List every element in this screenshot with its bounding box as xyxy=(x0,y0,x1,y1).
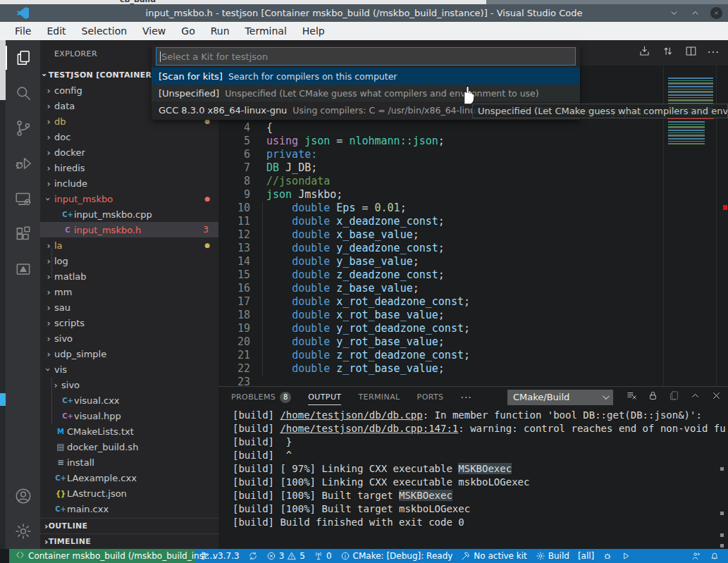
menu-file[interactable]: File xyxy=(7,25,39,37)
open-output-editor-button[interactable] xyxy=(668,390,680,404)
tree-item-hiredis[interactable]: hiredis xyxy=(40,160,218,175)
tree-item-la[interactable]: la● xyxy=(40,237,218,253)
indent-guide xyxy=(262,202,263,376)
activitybar-search[interactable] xyxy=(6,75,40,111)
tree-item-main-cxx[interactable]: C+main.cxx xyxy=(40,501,218,516)
close-button[interactable] xyxy=(710,7,722,20)
tree-item-docker-build-sh[interactable]: ▤docker_build.sh xyxy=(40,439,218,454)
tree-item-vis[interactable]: vis xyxy=(40,361,218,377)
menu-run[interactable]: Run xyxy=(203,25,237,37)
quick-pick-input[interactable]: Select a Kit for testjson xyxy=(156,47,576,66)
tree-item-sivo[interactable]: sivo xyxy=(40,330,218,346)
activitybar-extensions[interactable] xyxy=(6,216,40,252)
activitybar-account[interactable] xyxy=(6,478,40,514)
output-line-3: [build] } xyxy=(233,435,726,449)
statusbar-notifications[interactable] xyxy=(705,549,724,563)
output-channel-select[interactable]: CMake/Build xyxy=(507,390,613,405)
tree-item-mm[interactable]: mm xyxy=(40,284,218,299)
minimize-button[interactable] xyxy=(667,7,680,20)
quick-pick-item-0[interactable]: [Scan for kits]Search for compilers on t… xyxy=(152,68,580,85)
code-line-13: 13 double y_deadzone_const; xyxy=(218,242,663,255)
menu-selection[interactable]: Selection xyxy=(74,25,135,37)
tree-item-visual-cxx[interactable]: C+visual.cxx xyxy=(40,392,218,408)
tree-item-label: CMakeLists.txt xyxy=(67,426,134,437)
tree-item-input-mskbo-cpp[interactable]: C+input_mskbo.cpp xyxy=(40,206,218,222)
statusbar-active-kit[interactable]: No active kit xyxy=(457,549,531,563)
tree-item-docker[interactable]: docker xyxy=(40,144,218,160)
minimap[interactable] xyxy=(668,121,705,144)
panel-tab-output[interactable]: OUTPUT xyxy=(308,387,341,408)
statusbar-sync[interactable] xyxy=(244,549,262,563)
tree-item-include[interactable]: include xyxy=(40,175,218,191)
statusbar-problems[interactable]: 35 xyxy=(262,549,309,563)
file-link[interactable]: /home/testjson/db/db.cpp xyxy=(280,409,422,421)
tree-item-udp-simple[interactable]: udp_simple xyxy=(40,346,218,361)
remote-window-icon xyxy=(14,190,32,208)
tree-item-sau[interactable]: sau xyxy=(40,299,218,315)
tree-item-log[interactable]: log xyxy=(40,253,218,268)
menu-edit[interactable]: Edit xyxy=(39,25,73,37)
activitybar-cmake[interactable] xyxy=(6,252,40,287)
quick-pick-item-1[interactable]: [Unspecified]Unspecified (Let CMake gues… xyxy=(152,85,580,101)
statusbar-debug[interactable] xyxy=(598,549,617,563)
tree-item-input-mskbo[interactable]: input_mskbo● xyxy=(40,191,218,206)
activitybar-settings[interactable] xyxy=(6,514,40,549)
title-bar: input_mskbo.h - testjson [Container mskb… xyxy=(0,4,728,22)
tree-item-cmakelists-txt[interactable]: MCMakeLists.txt xyxy=(40,423,218,439)
tree-item-doc[interactable]: doc xyxy=(40,129,218,144)
menu-go[interactable]: Go xyxy=(173,25,202,37)
outline-section[interactable]: OUTLINE xyxy=(40,518,218,533)
code-text: double y_base_value; xyxy=(266,255,419,268)
statusbar-build-target[interactable]: [all] xyxy=(574,549,598,563)
tree-item-scripts[interactable]: scripts xyxy=(40,315,218,330)
clear-output-button[interactable] xyxy=(626,390,638,404)
tree-item-visual-hpp[interactable]: C+visual.hpp xyxy=(40,408,218,423)
activitybar-remote-explorer[interactable] xyxy=(6,181,40,216)
panel-tab-problems[interactable]: PROBLEMS8 xyxy=(231,387,291,408)
tree-item-sivo[interactable]: sivo xyxy=(40,377,218,392)
chevron-right-icon xyxy=(43,85,54,96)
switch-header-source-button[interactable] xyxy=(661,44,674,61)
panel-tab-ports[interactable]: PORTS xyxy=(417,387,444,408)
text-file-icon: ≡ xyxy=(54,457,67,467)
tree-item-lastruct-json[interactable]: {}LAstruct.json xyxy=(40,485,218,501)
file-link[interactable]: /home/testjson/db/db.cpp:147:1 xyxy=(280,423,458,434)
panel-tab-label: PORTS xyxy=(417,392,444,402)
tree-item-laexample-cxx[interactable]: C+LAexample.cxx xyxy=(40,470,218,485)
remote-indicator[interactable]: Container mskbo_build (/mskbo_build_inst… xyxy=(9,549,196,563)
tree-item-matlab[interactable]: matlab xyxy=(40,268,218,284)
close-panel-button[interactable] xyxy=(710,390,722,404)
activitybar-run-debug[interactable] xyxy=(6,146,40,181)
lock-scroll-button[interactable] xyxy=(647,390,659,404)
code-text: //jsondata xyxy=(266,175,330,188)
output-console[interactable]: [build] /home/testjson/db/db.cpp: In mem… xyxy=(233,409,726,549)
statusbar-ports[interactable]: 0 xyxy=(309,549,336,563)
panel-tab-terminal[interactable]: TERMINAL xyxy=(358,387,400,408)
menu-view[interactable]: View xyxy=(135,25,173,37)
activitybar-explorer[interactable] xyxy=(6,40,40,75)
chevron-down-icon xyxy=(43,364,54,375)
statusbar-run[interactable] xyxy=(617,549,635,563)
code-lines[interactable]: 4{5using json = nlohmann::json;6private:… xyxy=(218,121,663,386)
tree-item-input-mskbo-h[interactable]: Cinput_mskbo.h3 xyxy=(40,222,218,237)
feedback-icon xyxy=(691,551,701,561)
more-actions-button[interactable]: ··· xyxy=(708,47,720,59)
menu-terminal[interactable]: Terminal xyxy=(237,25,295,37)
maximize-button[interactable] xyxy=(689,7,701,20)
chevron-right-icon xyxy=(43,287,54,297)
statusbar-git-version[interactable]: v3.7.3 xyxy=(196,549,244,563)
maximize-panel-button[interactable] xyxy=(689,390,701,404)
timeline-section[interactable]: TIMELINE xyxy=(40,533,218,549)
build-button[interactable] xyxy=(638,44,651,61)
panel-more-tabs-icon[interactable]: ··· xyxy=(460,392,471,403)
split-editor-button[interactable] xyxy=(684,44,698,61)
statusbar-cmake-status[interactable]: CMake: [Debug]: Ready xyxy=(336,549,457,563)
statusbar-build[interactable]: Build xyxy=(531,549,574,563)
activitybar-source-control[interactable] xyxy=(6,111,40,146)
bell-icon xyxy=(710,551,720,561)
code-text: double z_deadzone_const; xyxy=(266,268,445,282)
tree-item-install[interactable]: ≡install xyxy=(40,454,218,470)
line-number: 17 xyxy=(218,295,250,309)
statusbar-feedback[interactable] xyxy=(687,549,705,563)
menu-help[interactable]: Help xyxy=(295,25,333,37)
